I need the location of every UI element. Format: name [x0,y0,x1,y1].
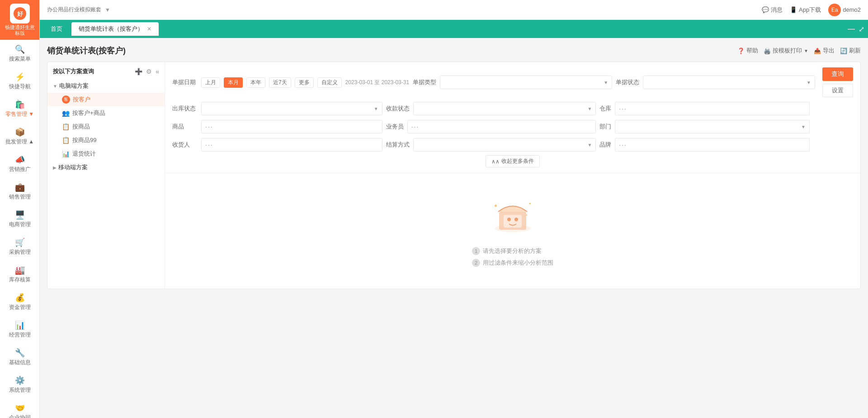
goods-select[interactable]: ··· [201,120,382,133]
sidebar-item-operations[interactable]: 📊 经营管理 [0,316,39,343]
hint-number-2: 2 [472,259,480,267]
maximize-button[interactable]: ⤢ [859,25,864,33]
logo-area[interactable]: 好 畅捷通好生意 标版 [0,0,39,40]
goods-placeholder: ··· [205,123,213,130]
export-button[interactable]: 📤 导出 [814,47,835,55]
salesperson-label: 业务员 [386,123,404,131]
sidebar-item-marketing[interactable]: 📣 营销推广 [0,150,39,178]
empty-illustration: ★ ✦ ✦ [486,191,540,238]
scheme-item-by-customer-goods[interactable]: 👥 按客户+商品 [47,106,165,120]
payment-select[interactable]: ▼ [413,138,596,152]
scheme-item-label: 退货统计 [72,150,96,158]
sidebar-item-system[interactable]: ⚙️ 系统管理 [0,371,39,399]
date-btn-last-month[interactable]: 上月 [201,77,220,88]
sidebar-item-label: 零售管理 [5,111,27,117]
export-label: 导出 [823,47,835,55]
sidebar-item-enterprise[interactable]: 🤝 企业协同 [0,399,39,418]
left-panel-title: 按以下方案查询 [53,67,94,76]
logo-text: 畅捷通好生意 标版 [2,24,38,36]
date-btn-this-year[interactable]: 本年 [246,77,265,88]
sidebar-item-basic[interactable]: 🔧 基础信息 [0,343,39,371]
collect-status-field: 收款状态 ▼ [386,102,596,115]
sidebar-nav: 🔍 搜索菜单 ⚡ 快捷导航 🛍️ 零售管理 ▼ 📦 批发管理 ▲ 📣 营销推广 … [0,40,39,418]
basic-icon: 🔧 [2,348,38,358]
sidebar-item-quicknav[interactable]: ⚡ 快捷导航 [0,67,39,95]
sidebar-item-retail[interactable]: 🛍️ 零售管理 ▼ [0,95,39,123]
settings-scheme-button[interactable]: ⚙ [146,68,152,75]
sidebar-item-purchase[interactable]: 🛒 采购管理 [0,233,39,261]
finance-icon: 💰 [2,293,38,303]
dropdown-arrow: ▼ [801,124,806,129]
group-label: 电脑端方案 [59,82,89,90]
collapse-panel-button[interactable]: « [156,68,159,75]
date-btn-this-month[interactable]: 本月 [224,77,243,88]
scheme-group-desktop: ▼ 电脑端方案 客 按客户 👥 按客户+商品 📋 [47,79,165,161]
message-label: 消息 [771,6,783,14]
scheme-group-mobile-title[interactable]: ▶ 移动端方案 [47,161,165,174]
message-action[interactable]: 💬 消息 [762,6,783,14]
out-status-select[interactable]: ▼ [201,102,382,115]
left-panel-header: 按以下方案查询 ➕ ⚙ « [47,67,165,79]
help-button[interactable]: ❓ 帮助 [737,47,758,55]
doc-status-select[interactable]: ▼ [643,76,815,89]
department-select[interactable]: ▼ [615,120,810,133]
sidebar-item-label: 营销推广 [9,166,31,172]
toggle-icon: ▶ [53,165,57,170]
setting-button[interactable]: 设置 [822,84,853,97]
empty-hints: 1 请先选择要分析的方案 2 用过滤条件来缩小分析范围 [472,247,553,271]
tab-sales-stat[interactable]: 销货单统计表（按客户） ✕ [71,22,159,36]
brand-select[interactable]: ··· [615,138,810,152]
scheme-item-by-goods-99[interactable]: 📋 按商品99 [47,133,165,147]
tab-close-button[interactable]: ✕ [147,26,151,32]
date-btn-7days[interactable]: 近7天 [269,77,291,88]
add-scheme-button[interactable]: ➕ [135,68,142,75]
tab-home[interactable]: 首页 [43,22,70,36]
salesperson-select[interactable]: ··· [407,120,596,133]
scheme-item-by-customer[interactable]: 客 按客户 [47,93,165,106]
filter-row-4: 收货人 ··· 结算方式 ▼ [172,138,853,152]
breadcrumb-dropdown-icon[interactable]: ▼ [105,7,110,13]
sidebar-item-label: 快捷导航 [9,83,31,90]
home-tab-label: 首页 [51,25,62,33]
dropdown-arrow: ▼ [587,142,592,147]
query-button[interactable]: 查询 [822,67,853,81]
collapse-button[interactable]: ∧∧ 收起更多条件 [486,155,540,167]
sidebar-item-wholesale[interactable]: 📦 批发管理 ▲ [0,123,39,150]
scheme-group-desktop-title[interactable]: ▼ 电脑端方案 [47,79,165,93]
filter-row-2: 出库状态 ▼ 收款状态 ▼ [172,102,853,115]
expand-icon: ▲ [28,138,34,145]
breadcrumb: 办公用品行业模拟账套 ▼ [47,6,110,14]
goods-icon: 📋 [62,123,70,130]
user-profile[interactable]: Ea demo2 [828,4,861,16]
scheme-group-mobile: ▶ 移动端方案 [47,161,165,174]
warehouse-label: 仓库 [599,104,611,113]
warehouse-select[interactable]: ··· [615,102,810,115]
receiver-select[interactable]: ··· [201,138,382,152]
empty-hint-2: 2 用过滤条件来缩小分析范围 [472,259,553,267]
sidebar-item-finance[interactable]: 💰 资金管理 [0,288,39,316]
sidebar-item-label: 电商管理 [9,221,31,228]
filter-row-1: 单据日期 上月 本月 本年 近7天 更多 自定义 2023-03-01 至 20… [172,67,853,97]
sidebar-item-label: 企业协同 [9,414,31,418]
customer-icon: 客 [62,95,70,104]
date-btn-custom[interactable]: 自定义 [317,77,342,88]
warehouse-placeholder: ··· [619,105,627,112]
sidebar-item-inventory[interactable]: 🏭 库存核算 [0,261,39,288]
out-status-label: 出库状态 [172,104,198,113]
minimize-button[interactable]: — [848,25,855,33]
refresh-button[interactable]: 🔄 刷新 [840,47,861,55]
print-button[interactable]: 🖨️ 按模板打印 ▼ [764,47,808,55]
scheme-item-return-stat[interactable]: 📊 退货统计 [47,147,165,161]
doc-type-field: 单据类型 ▼ [413,76,612,89]
sidebar-item-search[interactable]: 🔍 搜索菜单 [0,40,39,67]
app-download-action[interactable]: 📱 App下载 [790,6,821,14]
quicknav-icon: ⚡ [2,72,38,82]
sidebar-item-ecommerce[interactable]: 🖥️ 电商管理 [0,205,39,233]
sidebar-item-sales[interactable]: 💼 销售管理 [0,178,39,205]
collect-status-select[interactable]: ▼ [413,102,596,115]
date-btn-more[interactable]: 更多 [295,77,314,88]
doc-type-select[interactable]: ▼ [440,76,612,89]
scheme-item-by-goods[interactable]: 📋 按商品 [47,120,165,133]
right-panel: 单据日期 上月 本月 本年 近7天 更多 自定义 2023-03-01 至 20… [165,62,860,289]
retail-icon: 🛍️ [2,100,38,109]
